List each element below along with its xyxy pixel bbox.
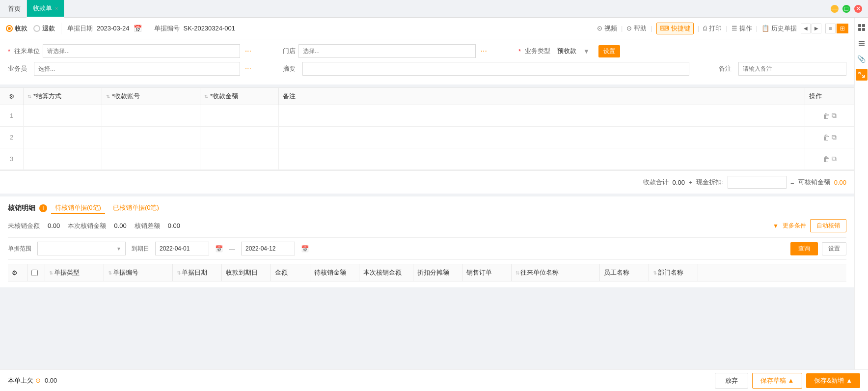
more-conditions-label[interactable]: 更多条件: [783, 222, 806, 230]
row-2-delete-icon[interactable]: 🗑: [823, 134, 830, 141]
save-draft-button[interactable]: 保存草稿 ▲: [752, 373, 803, 389]
operation-action[interactable]: ☰ 操作: [732, 24, 752, 33]
session-info-icon[interactable]: ⊙: [35, 377, 41, 384]
view-buttons: ≡ ⊞: [825, 24, 848, 33]
bcol-doc-type: ⇅ 单据类型: [45, 264, 104, 281]
tab-receipt[interactable]: 收款单 ×: [27, 0, 64, 18]
date-to-input[interactable]: [241, 242, 295, 255]
row-1-account[interactable]: [102, 105, 200, 126]
total-label: 收款合计: [643, 178, 669, 187]
row-1-settlement[interactable]: [24, 105, 102, 126]
row-2-action: 🗑 ⧉: [805, 127, 854, 148]
store-field: 门店 ···: [283, 44, 489, 58]
staff-more-button[interactable]: ···: [243, 64, 253, 73]
nav-next-button[interactable]: ▶: [812, 24, 821, 33]
close-button[interactable]: ✕: [854, 5, 862, 13]
print-action[interactable]: ⎙ 打印: [703, 24, 722, 33]
net-value: 0.00: [834, 179, 846, 186]
sidebar-expand-icon[interactable]: [856, 69, 868, 81]
calendar-to-icon[interactable]: 📅: [301, 245, 309, 252]
bcol-checkbox[interactable]: [27, 264, 45, 281]
page-footer: 本单上欠 ⊙ 0.00 放弃 保存草稿 ▲ 保存&新增 ▲: [0, 369, 868, 391]
partner-input[interactable]: [43, 44, 240, 58]
radio-refund[interactable]: 退款: [33, 24, 55, 33]
tab-home[interactable]: 首页: [2, 0, 27, 18]
row-2-remark[interactable]: [279, 127, 805, 148]
svg-rect-0: [858, 24, 861, 27]
video-action[interactable]: ⊙ 视频: [597, 24, 617, 33]
bcol-partner-label: 往来单位名称: [520, 268, 559, 277]
row-3-copy-icon[interactable]: ⧉: [832, 155, 837, 163]
sidebar-attachment-icon[interactable]: 📎: [856, 53, 868, 65]
sort-icon-doc-type: ⇅: [49, 270, 53, 276]
discard-button[interactable]: 放弃: [715, 373, 748, 389]
row-2-copy-icon[interactable]: ⧉: [832, 133, 837, 141]
store-input[interactable]: [298, 44, 476, 58]
row-2-settlement[interactable]: [24, 127, 102, 148]
radio-receipt[interactable]: 收款: [6, 24, 27, 33]
range-select[interactable]: ▼: [37, 242, 126, 255]
date-value: 2023-03-24: [97, 25, 130, 32]
row-2-account[interactable]: [102, 127, 200, 148]
row-3-settlement[interactable]: [24, 148, 102, 169]
range-label: 单据范围: [8, 245, 31, 253]
setting-button[interactable]: 设置: [822, 242, 846, 255]
summary-input[interactable]: [302, 62, 689, 76]
summary-label: 摘要: [283, 64, 296, 73]
help-action[interactable]: ⊙ 帮助: [626, 24, 647, 33]
verify-info-icon[interactable]: i: [39, 204, 47, 212]
sidebar-list-icon[interactable]: [856, 37, 868, 49]
row-1-amount[interactable]: [200, 105, 279, 126]
remark-input[interactable]: [738, 62, 846, 76]
settings-button[interactable]: 设置: [598, 45, 620, 57]
plus-sign: +: [689, 179, 693, 186]
tab-done[interactable]: 已核销单据(0笔): [109, 202, 163, 214]
row-3-account[interactable]: [102, 148, 200, 169]
row-1-copy-icon[interactable]: ⧉: [832, 112, 837, 120]
view-list-button[interactable]: ≡: [825, 24, 836, 33]
bcol-gear[interactable]: ⚙: [8, 264, 27, 281]
view-card-button[interactable]: ⊞: [837, 24, 848, 33]
date-from-input[interactable]: [155, 242, 209, 255]
col-gear[interactable]: ⚙: [0, 88, 24, 105]
row-3-delete-icon[interactable]: 🗑: [823, 155, 830, 163]
date-picker-icon[interactable]: 📅: [134, 25, 142, 32]
radio-refund-label: 退款: [42, 24, 55, 33]
query-button[interactable]: 查询: [790, 242, 818, 255]
row-2-amount[interactable]: [200, 127, 279, 148]
discount-input[interactable]: [728, 176, 787, 189]
tab-pending[interactable]: 待核销单据(0笔): [51, 202, 105, 214]
row-1-delete-icon[interactable]: 🗑: [823, 112, 830, 120]
save-new-button[interactable]: 保存&新增 ▲: [806, 373, 860, 388]
history-action[interactable]: 📋 历史单据: [761, 24, 797, 33]
sort-icon-doc-date: ⇅: [177, 270, 181, 276]
nav-prev-button[interactable]: ◀: [801, 24, 811, 33]
calendar-from-icon[interactable]: 📅: [215, 245, 223, 252]
more-conditions-icon[interactable]: ▼: [773, 223, 779, 229]
window-controls: — □ ✕: [831, 5, 866, 13]
toolbar-divider-1: [61, 23, 61, 34]
row-3-amount[interactable]: [200, 148, 279, 169]
staff-input[interactable]: [34, 62, 240, 76]
remark-label: 备注: [719, 64, 732, 73]
sidebar-table-icon[interactable]: [856, 22, 868, 33]
svg-rect-5: [859, 43, 865, 44]
biz-dropdown-icon[interactable]: ▼: [583, 48, 590, 55]
store-more-button[interactable]: ···: [479, 47, 489, 56]
row-3-remark[interactable]: [279, 148, 805, 169]
maximize-button[interactable]: □: [842, 5, 850, 13]
partner-more-button[interactable]: ···: [243, 47, 253, 56]
toolbar-right: ⊙ 视频 | ⊙ 帮助 | ⌨ 快捷键 | ⎙ 打印 | ☰ 操作 |: [597, 23, 848, 34]
bcol-this-amount: 本次核销金额: [359, 264, 413, 281]
minimize-button[interactable]: —: [831, 5, 839, 13]
select-all-checkbox[interactable]: [31, 270, 38, 276]
number-value: SK-20230324-001: [184, 25, 236, 32]
shortcut-action[interactable]: ⌨ 快捷键: [656, 23, 694, 34]
tab-receipt-close[interactable]: ×: [55, 5, 58, 11]
sort-icon-dept: ⇅: [653, 270, 657, 276]
row-1-remark[interactable]: [279, 105, 805, 126]
bcol-pending: 待核销金额: [310, 264, 359, 281]
auto-cancel-button[interactable]: 自动核销: [810, 219, 846, 232]
btable-gear-icon: ⚙: [12, 269, 18, 277]
bcol-doc-date: ⇅ 单据日期: [173, 264, 222, 281]
